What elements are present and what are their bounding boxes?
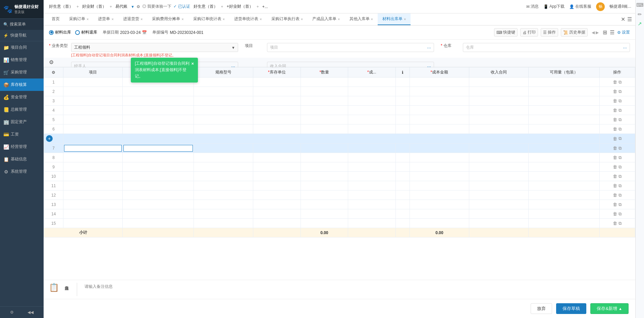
- row-project-cell[interactable]: [63, 209, 123, 219]
- row-cost-cell[interactable]: [348, 96, 395, 106]
- row-project-cell[interactable]: [63, 124, 123, 134]
- row-project-cell[interactable]: [63, 77, 123, 87]
- tab-close-inbound-stats[interactable]: ×: [260, 17, 262, 21]
- delete-row-icon[interactable]: 🗑: [613, 221, 617, 226]
- sidebar-settings-btn[interactable]: ⚙: [10, 310, 14, 315]
- row-qty-cell[interactable]: [301, 153, 348, 162]
- sidebar-item-purchase[interactable]: 🛒 采购管理: [0, 66, 44, 78]
- tab-purchase-order[interactable]: 采购订单×: [64, 13, 93, 25]
- grid-view-btn[interactable]: ⊞: [603, 29, 607, 36]
- tab-home[interactable]: 首页: [47, 13, 64, 25]
- row-spec-cell[interactable]: [194, 209, 253, 219]
- delete-row-icon[interactable]: 🗑: [613, 108, 617, 113]
- topbar-biz-fin[interactable]: +好业财（首）: [225, 4, 255, 9]
- row-project-cell[interactable]: [63, 200, 123, 209]
- list-view-btn[interactable]: ☰: [610, 29, 614, 36]
- row-unit-cell[interactable]: [253, 162, 301, 172]
- row-project-cell[interactable]: [63, 144, 123, 153]
- row-material-cell[interactable]: [123, 153, 194, 162]
- delete-row-icon[interactable]: 🗑: [613, 89, 617, 94]
- copy-row-icon[interactable]: ⧉: [619, 80, 622, 85]
- row-cost-cell[interactable]: [348, 191, 395, 200]
- row-material-cell[interactable]: [123, 106, 194, 115]
- row-cost-amount-cell[interactable]: [410, 162, 469, 172]
- row-unit-cell[interactable]: [253, 191, 301, 200]
- row-qty-cell[interactable]: [301, 87, 348, 96]
- sidebar-item-project[interactable]: 📁 项目合同: [0, 41, 44, 54]
- sidebar-search[interactable]: 🔍 搜索菜单: [0, 19, 44, 30]
- topbar-certified[interactable]: ✓ 已认证: [173, 4, 190, 9]
- tab-close-return-goods[interactable]: ×: [141, 17, 143, 21]
- copy-row-icon[interactable]: ⧉: [619, 183, 622, 189]
- row-cost-amount-cell[interactable]: [410, 96, 469, 106]
- tab-close-all-btn[interactable]: ✕: [621, 16, 625, 22]
- copy-row-icon[interactable]: ⧉: [619, 117, 622, 122]
- add-row-button[interactable]: +: [46, 135, 53, 142]
- copy-row-icon[interactable]: ⧉: [619, 98, 622, 104]
- warehouse-input[interactable]: 仓库 ···: [463, 43, 630, 52]
- settings-btn[interactable]: ⚙ 设置: [617, 30, 630, 35]
- tab-close-finished-goods[interactable]: ×: [338, 17, 340, 21]
- row-cost-cell[interactable]: [348, 153, 395, 162]
- row-material-cell[interactable]: [123, 124, 194, 134]
- row-material-cell[interactable]: [123, 87, 194, 96]
- row-unit-cell[interactable]: [253, 106, 301, 115]
- radio-material-return[interactable]: 材料退库: [75, 30, 97, 35]
- row-cost-amount-cell[interactable]: [410, 191, 469, 200]
- row-project-cell[interactable]: [63, 87, 123, 96]
- row-unit-cell[interactable]: [253, 115, 301, 124]
- row-cost-cell[interactable]: [348, 162, 395, 172]
- row-cost-amount-cell[interactable]: [410, 181, 469, 191]
- row-unit-cell[interactable]: [253, 219, 301, 228]
- delete-row-icon[interactable]: 🗑: [613, 98, 617, 103]
- tab-close-purchase-expense[interactable]: ×: [181, 17, 183, 21]
- sidebar-item-fixed-asset[interactable]: 🏢 固定资产: [0, 116, 44, 128]
- tab-close-material-outbound[interactable]: ×: [404, 17, 406, 21]
- row-spec-cell[interactable]: [194, 162, 253, 172]
- row-income-contract-cell[interactable]: [469, 77, 528, 87]
- row-project-cell[interactable]: [63, 153, 123, 162]
- row-income-contract-cell[interactable]: [469, 172, 528, 181]
- row-material-cell[interactable]: [123, 200, 194, 209]
- row-spec-cell[interactable]: [194, 191, 253, 200]
- row-material-cell[interactable]: [123, 96, 194, 106]
- tab-purchase-stats[interactable]: 采购订单统计表×: [189, 13, 229, 25]
- row-unit-cell[interactable]: [253, 87, 301, 96]
- row-qty-cell[interactable]: [301, 124, 348, 134]
- copy-row-icon[interactable]: ⧉: [619, 174, 622, 179]
- tab-material-outbound[interactable]: 材料出库单×: [378, 13, 411, 25]
- row-qty-cell[interactable]: [301, 162, 348, 172]
- row-material-cell[interactable]: [123, 115, 194, 124]
- sidebar-quick-nav[interactable]: ⚡ 快捷导航: [0, 30, 44, 41]
- copy-row-icon[interactable]: ⧉: [619, 146, 622, 151]
- row-qty-cell[interactable]: [301, 200, 348, 209]
- row-income-contract-cell[interactable]: [469, 181, 528, 191]
- row-unit-cell[interactable]: [253, 153, 301, 162]
- row-unit-cell[interactable]: [253, 181, 301, 191]
- row-cost-amount-cell[interactable]: [410, 87, 469, 96]
- sidebar-item-capital[interactable]: 💰 资金管理: [0, 91, 44, 103]
- row-income-contract-cell[interactable]: [469, 115, 528, 124]
- tab-purchase-exec[interactable]: 采购订单执行表×: [267, 13, 308, 25]
- topbar-trial[interactable]: ◎ 我要体验一下: [142, 4, 171, 9]
- row-qty-cell[interactable]: [301, 115, 348, 124]
- row-spec-cell[interactable]: [194, 124, 253, 134]
- row-qty-cell[interactable]: [301, 219, 348, 228]
- row-qty-cell[interactable]: [301, 96, 348, 106]
- delete-row-icon[interactable]: 🗑: [613, 183, 617, 188]
- topbar-message[interactable]: ✉ 消息: [526, 4, 539, 9]
- row-unit-cell[interactable]: [253, 172, 301, 181]
- copy-row-icon[interactable]: ⧉: [619, 108, 622, 113]
- row-cost-amount-cell[interactable]: [410, 106, 469, 115]
- copy-row-icon[interactable]: ⧉: [619, 221, 622, 226]
- delete-row-icon[interactable]: 🗑: [613, 211, 617, 216]
- delete-row-icon[interactable]: 🗑: [613, 80, 617, 85]
- row-project-cell[interactable]: [63, 162, 123, 172]
- discard-button[interactable]: 放弃: [531, 303, 552, 314]
- copy-row-icon[interactable]: ⧉: [619, 126, 622, 132]
- topbar-more[interactable]: +...: [261, 4, 269, 9]
- delete-row-icon[interactable]: 🗑: [613, 155, 617, 160]
- copy-row-icon[interactable]: ⧉: [619, 193, 622, 198]
- row-spec-cell[interactable]: [194, 219, 253, 228]
- row-cost-cell[interactable]: [348, 77, 395, 87]
